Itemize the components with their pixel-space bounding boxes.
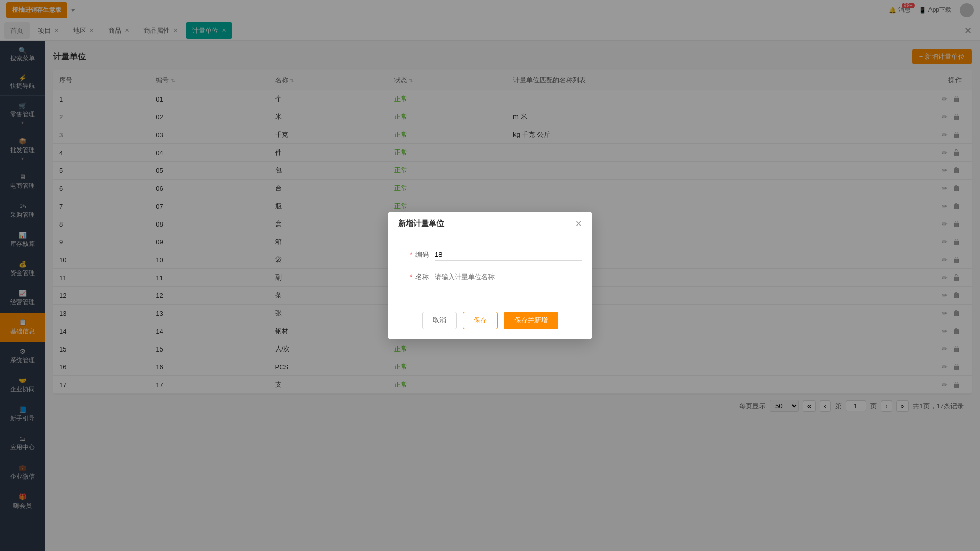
modal-overlay[interactable]: 新增计量单位 ✕ * 编码 * 名称 取消 保存 保存并新增 [0, 0, 980, 551]
modal-footer: 取消 保存 保存并新增 [388, 306, 592, 339]
form-label-code: * 编码 [398, 250, 429, 259]
modal-close-button[interactable]: ✕ [575, 219, 582, 229]
modal-header: 新增计量单位 ✕ [388, 212, 592, 236]
cancel-button[interactable]: 取消 [422, 312, 457, 329]
required-mark: * [410, 251, 412, 258]
save-new-button[interactable]: 保存并新增 [504, 312, 558, 329]
form-row-code: * 编码 [398, 248, 582, 261]
code-input[interactable] [435, 248, 582, 261]
modal-body: * 编码 * 名称 [388, 236, 592, 306]
save-button[interactable]: 保存 [463, 312, 498, 329]
name-input[interactable] [435, 271, 582, 283]
modal: 新增计量单位 ✕ * 编码 * 名称 取消 保存 保存并新增 [388, 212, 592, 339]
form-label-name: * 名称 [398, 272, 429, 282]
required-mark2: * [410, 273, 412, 281]
form-row-name: * 名称 [398, 271, 582, 283]
modal-title: 新增计量单位 [398, 219, 444, 229]
